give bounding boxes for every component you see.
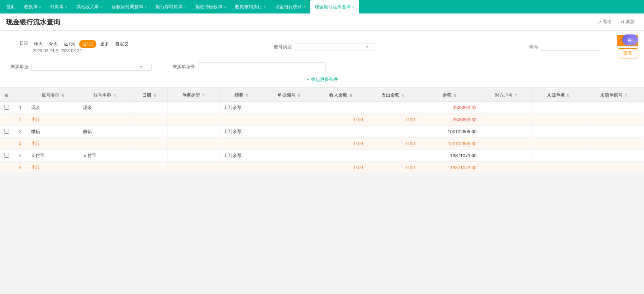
row-checkbox[interactable] [0, 114, 14, 126]
row-select-checkbox[interactable] [4, 153, 9, 158]
table-row[interactable]: 3微信微信上期余额100102606.60 [0, 126, 644, 138]
export-button[interactable]: ↗ 导出 [594, 17, 615, 27]
row-checkbox[interactable] [0, 150, 14, 162]
row-number: 1 [14, 102, 27, 114]
settings-button[interactable]: 设置 [618, 48, 638, 58]
close-icon[interactable]: × [145, 5, 147, 9]
date-btn-yesterday[interactable]: 昨天 [32, 40, 45, 48]
account-input[interactable] [541, 43, 601, 51]
gear-icon[interactable]: ⚙ [5, 93, 9, 98]
col-expense[interactable]: 支出金额 ⇅ [367, 89, 419, 102]
nav-item-other-income[interactable]: 其他收入单 × [72, 0, 107, 13]
nav-item-adjustment[interactable]: 应收应付调整单 × [107, 0, 152, 13]
table-row[interactable]: 4小计0.000.00100102606.60 [0, 138, 644, 150]
col-balance[interactable]: 余额 ⇅ [419, 89, 480, 102]
source-doc-label: 来源单据 [6, 64, 29, 70]
date-btn-today[interactable]: 今天 [47, 40, 60, 48]
close-icon[interactable]: × [101, 5, 103, 9]
account-more-icon[interactable]: ··· [604, 43, 611, 50]
col-account-name[interactable]: 账号名称 ⇅ [79, 89, 131, 102]
source-doc-no-input[interactable] [198, 62, 326, 71]
nav-item-bank-deposit[interactable]: 银行存取款单 × [151, 0, 191, 13]
row-summary: 上期余额 [219, 126, 263, 138]
nav-item-collection[interactable]: 收款核销执行 × [231, 0, 270, 13]
close-icon[interactable]: × [303, 5, 306, 9]
close-icon[interactable]: × [184, 5, 186, 9]
col-source-doc[interactable]: 来源单据 ⇅ [532, 89, 584, 102]
row-date [131, 126, 168, 138]
nav-item-bank-flow[interactable]: 现金银行流水查询 × [310, 0, 359, 13]
account-filter: 账号 ··· [516, 43, 611, 51]
date-btn-more[interactable]: 更多 [98, 40, 111, 48]
account-type-filter: 账号类型 ▾ [269, 43, 377, 51]
sort-icon: ⇅ [515, 94, 518, 97]
date-btn-1month[interactable]: 近1月 [79, 40, 97, 48]
source-doc-no-label: 来源单据号 [173, 64, 195, 70]
col-doc-no[interactable]: 单据编号 ⇅ [263, 89, 315, 102]
account-type-select[interactable]: ▾ [295, 43, 377, 51]
nav-item-home[interactable]: 首页 [2, 0, 20, 13]
col-counterpart[interactable]: 对方户名 ⇅ [480, 89, 532, 102]
col-doc-type[interactable]: 单据类型 ⇅ [168, 89, 219, 102]
row-select-checkbox[interactable] [4, 129, 9, 134]
row-checkbox[interactable] [0, 126, 14, 138]
row-checkbox[interactable] [0, 162, 14, 174]
table-row[interactable]: 1现金现金上期余额-3528659.33 [0, 102, 644, 114]
row-doc-no [263, 114, 315, 126]
date-btn-7days[interactable]: 近7天 [62, 40, 78, 48]
nav-item-prepaid[interactable]: 预收冲应收单 × [191, 0, 231, 13]
collapse-bar[interactable]: ∧ 收起更多条件 [6, 75, 638, 84]
account-type-label: 账号类型 [269, 44, 292, 50]
close-icon[interactable]: × [352, 5, 354, 9]
gear-column-header[interactable]: ⚙ [0, 89, 14, 102]
collapse-up-icon: ∧ [306, 77, 311, 82]
source-doc-filter: 来源单据 ▾ [6, 63, 152, 71]
nav-item-receipt[interactable]: 收款单 × [20, 0, 46, 13]
filter-row-1: 日期 昨天 今天 近7天 近1月 更多 自定义 2023-02-24 至 202… [6, 35, 638, 58]
row-checkbox[interactable] [0, 138, 14, 150]
nav-item-payment[interactable]: 付款单 × [46, 0, 72, 13]
table-row[interactable]: 2小计0.000.00-3528659.33 [0, 114, 644, 126]
sort-icon: ⇅ [297, 94, 300, 97]
row-source-doc [532, 102, 584, 114]
date-range-display: 2023-02-24 至 2023-03-24 [33, 48, 131, 54]
col-summary[interactable]: 摘要 ⇅ [219, 89, 263, 102]
close-icon[interactable]: × [224, 5, 226, 9]
row-source-doc-no [584, 102, 644, 114]
row-doc-no [263, 162, 315, 174]
filter-area: 日期 昨天 今天 近7天 近1月 更多 自定义 2023-02-24 至 202… [0, 31, 644, 88]
ai-button[interactable]: Ai [622, 34, 638, 45]
dropdown-arrow-icon: ▾ [366, 45, 368, 49]
account-label: 账号 [516, 44, 538, 50]
row-checkbox[interactable] [0, 102, 14, 114]
col-date[interactable]: 日期 ⇅ [131, 89, 168, 102]
row-source-doc-no [584, 150, 644, 162]
close-icon[interactable]: × [39, 5, 41, 9]
date-btn-custom[interactable]: 自定义 [113, 40, 131, 48]
nav-item-bank-stats[interactable]: 现金银行统计 × [270, 0, 310, 13]
data-table: ⚙ 账号类型 ⇅ 账号名称 ⇅ 日期 ⇅ 单据类型 ⇅ [0, 89, 644, 174]
row-account-type: 微信 [27, 126, 79, 138]
sort-icon: ⇅ [202, 94, 205, 97]
sort-icon: ⇅ [113, 94, 116, 97]
table-row[interactable]: 5支付宝支付宝上期余额19871073.60 [0, 150, 644, 162]
row-expense: 0.00 [367, 114, 419, 126]
close-icon[interactable]: × [264, 5, 266, 9]
refresh-button[interactable]: ↺ 刷新 [618, 17, 638, 27]
row-doc-type [168, 102, 219, 114]
table-row[interactable]: 6小计0.000.0019871073.60 [0, 162, 644, 174]
row-number: 3 [14, 126, 27, 138]
row-select-checkbox[interactable] [4, 105, 9, 110]
date-options: 昨天 今天 近7天 近1月 更多 自定义 2023-02-24 至 2023-0… [32, 40, 131, 54]
row-date [131, 114, 168, 126]
table-header: ⚙ 账号类型 ⇅ 账号名称 ⇅ 日期 ⇅ 单据类型 ⇅ [0, 89, 644, 102]
row-account-type: 现金 [27, 102, 79, 114]
close-icon[interactable]: × [65, 5, 68, 9]
col-source-doc-no[interactable]: 来源单据号 ⇅ [584, 89, 644, 102]
row-summary [219, 114, 263, 126]
row-expense: 0.00 [367, 138, 419, 150]
col-account-type[interactable]: 账号类型 ⇅ [27, 89, 79, 102]
source-doc-select[interactable]: ▾ [32, 63, 152, 71]
col-income[interactable]: 收入金额 ⇅ [315, 89, 367, 102]
date-filter-group: 日期 昨天 今天 近7天 近1月 更多 自定义 2023-02-24 至 202… [6, 40, 131, 54]
